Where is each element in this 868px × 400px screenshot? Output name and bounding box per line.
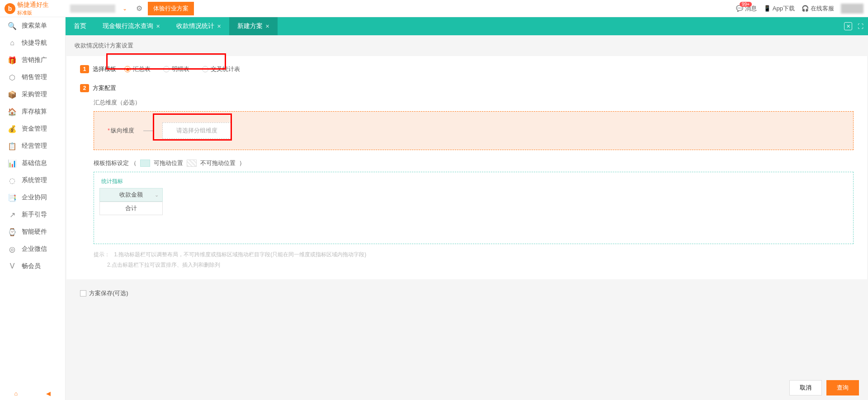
- nav-icon: 📋: [8, 142, 16, 150]
- dimension-dropzone[interactable]: 请选择分组维度: [162, 122, 231, 139]
- sidebar-item[interactable]: 🎁营销推广: [0, 52, 65, 69]
- save-label: 方案保存(可选): [89, 289, 128, 297]
- query-button[interactable]: 查询: [826, 380, 859, 395]
- tip-2: 2.点击标题栏下拉可设置排序、插入列和删除列: [107, 262, 220, 268]
- edition-tag: 标准版: [17, 10, 32, 15]
- sidebar-item[interactable]: 🏠库存核算: [0, 103, 65, 120]
- cta-button[interactable]: 体验行业方案: [148, 2, 194, 15]
- close-icon[interactable]: ✕: [217, 24, 221, 29]
- tab[interactable]: 收款情况统计✕: [168, 17, 229, 35]
- app-download-link[interactable]: 📱 App下载: [764, 5, 795, 13]
- tabbar: 首页现金银行流水查询✕收款情况统计✕新建方案✕ ✕ ⛶: [66, 17, 868, 35]
- legend-draggable-label: 可拖动位置: [154, 159, 183, 167]
- logo-area: b 畅捷通好生 标准版: [5, 1, 66, 16]
- sidebar-item[interactable]: ⌂快捷导航: [0, 34, 65, 52]
- sidebar-item[interactable]: ⬡销售管理: [0, 69, 65, 86]
- logo-icon: b: [5, 3, 15, 14]
- radio-option[interactable]: 交叉统计表: [202, 65, 240, 73]
- nav-icon: 🏠: [8, 108, 16, 116]
- radio-option[interactable]: 明细表: [163, 65, 189, 73]
- org-selector[interactable]: ⌄: [70, 5, 131, 13]
- footer-icon-2[interactable]: ◀: [46, 390, 51, 397]
- footer-icon-1[interactable]: ⌂: [14, 390, 18, 397]
- indicator-header: 统计指标: [99, 178, 848, 185]
- step1-badge: 1: [80, 65, 89, 73]
- nav-icon: ◎: [8, 245, 16, 253]
- radio-icon: [163, 66, 170, 72]
- nav-icon: 💰: [8, 125, 16, 133]
- sidebar-item[interactable]: 🔍搜索菜单: [0, 17, 65, 34]
- sidebar-item[interactable]: ↗新手引导: [0, 206, 65, 223]
- indicator-section-suffix: ）: [239, 159, 245, 167]
- nav-label: 畅会员: [22, 262, 41, 270]
- close-all-tabs-button[interactable]: ✕: [844, 22, 852, 30]
- sidebar-item[interactable]: V畅会员: [0, 258, 65, 275]
- sidebar: 🔍搜索菜单⌂快捷导航🎁营销推广⬡销售管理📦采购管理🏠库存核算💰资金管理📋经营管理…: [0, 17, 66, 400]
- tips-label: 提示：: [94, 251, 110, 258]
- save-checkbox[interactable]: [80, 290, 86, 296]
- sidebar-item[interactable]: 📋经营管理: [0, 137, 65, 155]
- nav-icon: ↗: [8, 211, 16, 219]
- topbar: b 畅捷通好生 标准版 ⌄ ⚙ 体验行业方案 💬 消息 99+ 📱 App下载 …: [0, 0, 868, 17]
- nav-icon: ⌂: [8, 39, 16, 47]
- main: 首页现金银行流水查询✕收款情况统计✕新建方案✕ ✕ ⛶ 收款情况统计方案设置 1…: [66, 17, 868, 400]
- radio-option[interactable]: 汇总表: [124, 65, 151, 73]
- chevron-down-icon: ⌄: [123, 5, 127, 12]
- nav-icon: 🎁: [8, 56, 16, 64]
- sidebar-item[interactable]: ◎企业微信: [0, 240, 65, 258]
- sidebar-item[interactable]: 📊基础信息: [0, 155, 65, 172]
- indicator-legend: 模板指标设定 （ 可拖动位置 不可拖动位置 ）: [94, 159, 854, 167]
- step2-row: 2 方案配置: [80, 84, 854, 92]
- legend-nodraggable-label: 不可拖动位置: [200, 159, 236, 167]
- nav-label: 新手引导: [22, 211, 47, 219]
- close-icon[interactable]: ✕: [156, 24, 160, 29]
- nav-label: 营销推广: [22, 56, 47, 64]
- sidebar-item[interactable]: ⌚智能硬件: [0, 223, 65, 240]
- nav-icon: ◌: [8, 176, 16, 184]
- nav-label: 企业微信: [22, 245, 47, 253]
- nav-icon: V: [8, 262, 16, 270]
- sidebar-item[interactable]: 📑企业协同: [0, 189, 65, 206]
- headset-icon: 🎧: [802, 5, 809, 12]
- org-name-blurred: [70, 5, 115, 13]
- sidebar-item[interactable]: 📦采购管理: [0, 86, 65, 103]
- tips: 提示： 1.拖动标题栏可以调整布局，不可跨维度或指标区域拖动栏目字段(只能在同一…: [94, 249, 854, 270]
- sidebar-footer: ⌂ ◀: [0, 386, 65, 400]
- radio-label: 汇总表: [133, 65, 151, 73]
- nav-label: 库存核算: [22, 108, 47, 116]
- save-row: 方案保存(可选): [66, 283, 867, 304]
- tabbar-tools: ✕ ⛶: [844, 22, 868, 30]
- tab[interactable]: 首页: [66, 17, 94, 35]
- dimension-section-label: 汇总维度（必选）: [94, 99, 854, 107]
- tip-1: 1.拖动标题栏可以调整布局，不可跨维度或指标区域拖动栏目字段(只能在同一维度或指…: [114, 251, 366, 258]
- logo-text: 畅捷通好生: [17, 1, 49, 8]
- support-link[interactable]: 🎧 在线客服: [802, 5, 834, 13]
- support-label: 在线客服: [811, 5, 834, 13]
- tab[interactable]: 现金银行流水查询✕: [94, 17, 168, 35]
- nav-icon: 🔍: [8, 22, 16, 30]
- messages-badge: 99+: [740, 2, 752, 7]
- avatar[interactable]: [841, 4, 863, 14]
- nav-label: 资金管理: [22, 125, 47, 133]
- tab-label: 收款情况统计: [176, 22, 214, 30]
- nav-icon: 📑: [8, 193, 16, 202]
- sidebar-item[interactable]: ◌系统管理: [0, 172, 65, 189]
- fullscreen-icon[interactable]: ⛶: [858, 23, 863, 30]
- tab[interactable]: 新建方案✕: [229, 17, 278, 35]
- nav-label: 企业协同: [22, 193, 47, 202]
- total-cell: 合计: [99, 202, 163, 215]
- config-panel: 1 选择模板 汇总表明细表交叉统计表 2 方案配置 汇总维度（必选） *纵向维度…: [66, 56, 867, 279]
- chevron-down-icon: ⌄: [155, 192, 159, 198]
- tab-label: 现金银行流水查询: [103, 22, 153, 30]
- tab-label: 首页: [74, 22, 86, 30]
- close-icon[interactable]: ✕: [265, 24, 269, 29]
- app-download-label: App下载: [773, 5, 795, 13]
- nav-icon: 📊: [8, 159, 16, 167]
- cancel-button[interactable]: 取消: [789, 380, 822, 395]
- gear-icon[interactable]: ⚙: [136, 4, 142, 13]
- radio-icon: [202, 66, 208, 72]
- sidebar-item[interactable]: 💰资金管理: [0, 120, 65, 137]
- indicator-cell[interactable]: 收款金额 ⌄: [99, 188, 163, 202]
- page-title: 收款情况统计方案设置: [66, 35, 867, 56]
- messages-link[interactable]: 💬 消息 99+: [736, 5, 757, 13]
